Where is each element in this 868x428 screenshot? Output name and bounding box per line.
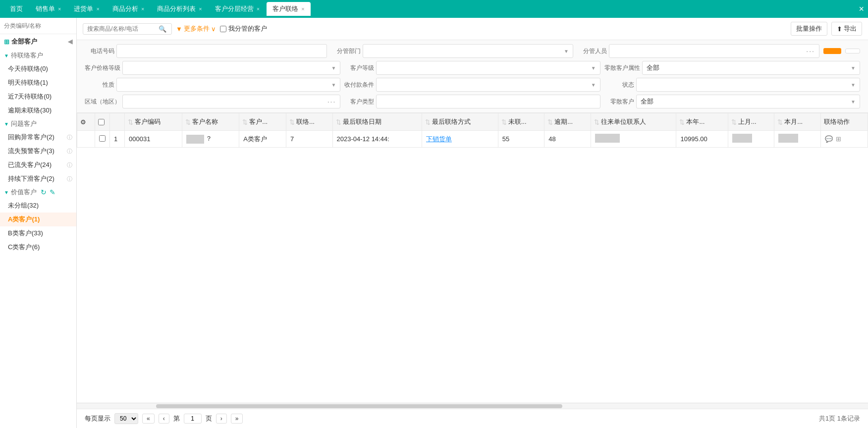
row-checkbox[interactable] xyxy=(99,135,106,142)
close-all-button[interactable]: × xyxy=(859,4,864,14)
filter-search-box: 🔍 xyxy=(83,23,172,35)
action-grid-icon[interactable]: ⊞ xyxy=(836,135,841,143)
cell-code[interactable]: 000031 xyxy=(125,131,182,148)
group-problem-customers[interactable]: ▼ 问题客户 xyxy=(0,117,76,130)
col-type[interactable]: ⇅ 客户... xyxy=(239,113,286,131)
filter-retail-customer-select[interactable]: 全部 ▼ xyxy=(636,95,860,108)
col-last-month[interactable]: ⇅ 上月... xyxy=(728,113,774,131)
filter-customer-type-label: 客户类型 xyxy=(344,98,374,106)
filter-region: 区域（地区） ··· xyxy=(85,95,340,108)
sidebar-item-declining[interactable]: 持续下滑客户(2) ⓘ xyxy=(0,172,76,186)
sidebar-item-overdue[interactable]: 逾期未联络(30) xyxy=(0,104,76,117)
tab-purchase-close[interactable]: × xyxy=(96,6,99,12)
sidebar: 🔍 ⊞ 全部客户 ◀ ▼ 待联络客户 今天待联络(0) 明天待联络(1) 近7天… xyxy=(0,18,77,428)
row-last-method[interactable]: 下销货单 xyxy=(426,135,452,143)
action-chat-icon[interactable]: 💬 xyxy=(825,135,833,143)
scrollbar-thumb[interactable] xyxy=(156,404,562,408)
filter-nature-select[interactable]: ▼ xyxy=(116,78,340,92)
export-icon: ⬆ xyxy=(837,25,842,33)
sidebar-item-churn-warning[interactable]: 流失预警客户(3) ⓘ xyxy=(0,144,76,158)
tab-goods-list[interactable]: 商品分析列表 × xyxy=(151,2,208,16)
export-button[interactable]: ⬆ 导出 xyxy=(831,22,862,36)
tab-sales[interactable]: 销售单 × xyxy=(30,2,67,16)
sidebar-item-today[interactable]: 今天待联络(0) xyxy=(0,62,76,76)
col-current-year[interactable]: ⇅ 本年... xyxy=(676,113,728,131)
filter-more-button[interactable]: ▼ 更多条件 ∨ xyxy=(176,24,216,33)
filter-payment-select[interactable]: ▼ xyxy=(376,78,600,92)
tab-goods-analysis-close[interactable]: × xyxy=(141,6,144,12)
prev-page-button[interactable]: ‹ xyxy=(159,414,169,424)
sidebar-item-7days[interactable]: 近7天待联络(0) xyxy=(0,90,76,104)
col-last-method[interactable]: ⇅ 最后联络方式 xyxy=(422,113,498,131)
problem-customers-triangle: ▼ xyxy=(4,121,9,127)
sidebar-item-churned[interactable]: 已流失客户(24) ⓘ xyxy=(0,158,76,172)
sidebar-item-tomorrow[interactable]: 明天待联络(1) xyxy=(0,76,76,90)
sidebar-item-overdue-label: 逾期未联络(30) xyxy=(8,106,52,115)
tab-purchase[interactable]: 进货单 × xyxy=(68,2,105,16)
col-settings[interactable]: ⚙ xyxy=(77,113,95,131)
sidebar-item-ungroup[interactable]: 未分组(32) xyxy=(0,199,76,213)
last-page-button[interactable]: » xyxy=(231,414,243,424)
tab-customer-tier-close[interactable]: × xyxy=(257,6,260,12)
tab-goods-list-close[interactable]: × xyxy=(199,6,202,12)
row-no-contact: 55 xyxy=(502,135,509,143)
settings-gear-icon[interactable]: ⚙ xyxy=(80,118,86,126)
cell-last-method[interactable]: 下销货单 xyxy=(422,131,498,148)
group-value-customers[interactable]: ▼ 价值客户 ↻ ✎ xyxy=(0,186,76,199)
filter-customer-type-input[interactable] xyxy=(376,95,600,108)
col-overdue-label: 逾期... xyxy=(554,117,573,126)
filter-status-select[interactable]: ▼ xyxy=(636,78,860,92)
filter-customer-tier-select[interactable]: ▼ xyxy=(376,61,600,75)
cell-action[interactable]: 💬 ⊞ xyxy=(820,131,868,148)
sidebar-collapse-button[interactable]: ◀ xyxy=(68,38,72,45)
status-arrow-icon: ▼ xyxy=(851,82,856,88)
value-customers-refresh[interactable]: ↻ xyxy=(41,188,47,196)
select-all-checkbox[interactable] xyxy=(98,119,105,125)
tab-goods-analysis-label: 商品分析 xyxy=(112,4,138,13)
query-button[interactable] xyxy=(823,48,841,54)
group-pending-contact[interactable]: ▼ 待联络客户 xyxy=(0,49,76,62)
horizontal-scrollbar[interactable] xyxy=(77,403,868,409)
my-customers-filter[interactable]: 我分管的客户 xyxy=(220,24,267,33)
filter-phone-input[interactable] xyxy=(116,44,327,58)
cell-checkbox[interactable] xyxy=(95,131,110,148)
tab-customer-contact[interactable]: 客户联络 × xyxy=(267,2,310,16)
filter-search-icon[interactable]: 🔍 xyxy=(159,25,166,33)
page-size-select[interactable]: 50 xyxy=(114,413,138,424)
col-name[interactable]: ⇅ 客户名称 xyxy=(182,113,239,131)
tab-home[interactable]: 首页 xyxy=(4,2,29,16)
tab-sales-close[interactable]: × xyxy=(58,6,61,12)
tab-goods-analysis[interactable]: 商品分析 × xyxy=(107,2,150,16)
filter-person-input[interactable]: ··· xyxy=(609,44,819,58)
sidebar-search-input[interactable] xyxy=(4,22,77,29)
sidebar-item-a-class[interactable]: A类客户(1) xyxy=(0,213,76,226)
filter-retail-attr-select[interactable]: 全部 ▼ xyxy=(642,61,860,75)
filter-search-input[interactable] xyxy=(87,25,157,32)
cell-name[interactable]: ？ xyxy=(182,131,239,148)
value-customers-edit[interactable]: ✎ xyxy=(50,188,55,196)
settings-button[interactable] xyxy=(845,49,860,54)
page-number-input[interactable] xyxy=(184,414,202,424)
col-last-date[interactable]: ⇅ 最后联络日期 xyxy=(332,113,422,131)
col-overdue[interactable]: ⇅ 逾期... xyxy=(544,113,591,131)
first-page-button[interactable]: « xyxy=(142,414,155,424)
all-customers-header[interactable]: ⊞ 全部客户 ◀ xyxy=(0,34,76,49)
tab-customer-tier[interactable]: 客户分层经营 × xyxy=(209,2,266,16)
col-contact-person[interactable]: ⇅ 往来单位联系人 xyxy=(591,113,676,131)
col-current-month[interactable]: ⇅ 本月... xyxy=(774,113,820,131)
col-no-contact[interactable]: ⇅ 未联... xyxy=(498,113,544,131)
tab-customer-contact-close[interactable]: × xyxy=(301,6,304,12)
col-contact-count[interactable]: ⇅ 联络... xyxy=(286,113,332,131)
filter-price-tier-select[interactable]: ▼ xyxy=(122,61,340,75)
filter-dept-select[interactable]: ▼ xyxy=(363,44,573,58)
filter-region-input[interactable]: ··· xyxy=(122,95,340,108)
my-customers-checkbox[interactable] xyxy=(220,26,226,32)
col-checkbox[interactable] xyxy=(95,113,110,131)
sidebar-item-b-class[interactable]: B类客户(33) xyxy=(0,226,76,240)
sidebar-item-repurchase-abnormal[interactable]: 回购异常客户(2) ⓘ xyxy=(0,130,76,144)
col-code[interactable]: ⇅ 客户编码 xyxy=(125,113,182,131)
col-current-month-icon: ⇅ xyxy=(777,118,783,126)
sidebar-item-c-class[interactable]: C类客户(6) xyxy=(0,240,76,254)
batch-op-button[interactable]: 批量操作 xyxy=(791,22,827,36)
next-page-button[interactable]: › xyxy=(216,414,227,424)
